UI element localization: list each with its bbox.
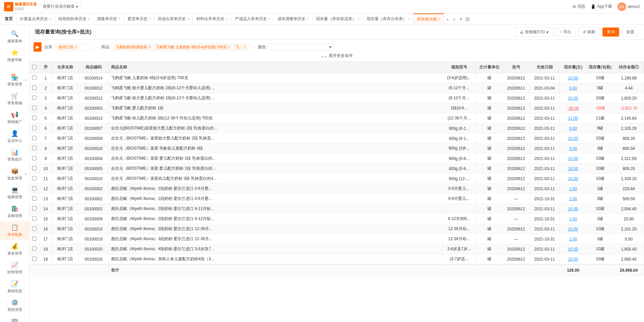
app-download-btn[interactable]: 📱 App下载: [591, 4, 612, 9]
sidebar-item-quick-nav[interactable]: ⭐ 快捷导航: [0, 46, 29, 65]
row-checkbox[interactable]: [32, 86, 37, 90]
td-check[interactable]: [30, 224, 40, 234]
td-qty-main[interactable]: 10.00: [560, 224, 587, 234]
row-checkbox[interactable]: [32, 136, 37, 140]
sidebar-item-operation[interactable]: 📈 经营管理: [0, 259, 29, 277]
row-checkbox[interactable]: [32, 96, 37, 100]
td-check[interactable]: [30, 93, 40, 103]
td-check[interactable]: [30, 214, 40, 224]
query-btn[interactable]: 查询: [602, 28, 619, 37]
td-check[interactable]: [30, 73, 40, 83]
td-qty-main[interactable]: 10.00: [560, 133, 587, 144]
sidebar-item-sys-mgmt[interactable]: ⚙️ 系统管理: [0, 296, 29, 315]
td-check[interactable]: [30, 103, 40, 113]
td-qty-main[interactable]: -39.00: [560, 103, 587, 113]
row-checkbox[interactable]: [32, 156, 37, 160]
industry-select[interactable]: 母婴行业演示账套 ▾: [40, 3, 81, 10]
filter-product-tag-1-close[interactable]: ×: [149, 45, 151, 49]
td-check[interactable]: [30, 204, 40, 214]
tab-cost[interactable]: 成本调整单历史 ×: [274, 13, 313, 25]
th-check[interactable]: [30, 62, 40, 73]
tab-close-all-btn[interactable]: ×: [458, 16, 464, 22]
tab-cost-close[interactable]: ×: [307, 17, 309, 21]
row-checkbox[interactable]: [32, 226, 37, 231]
row-checkbox[interactable]: [32, 166, 37, 170]
tab-expand-btn[interactable]: ⊡: [464, 16, 471, 22]
tab-zuhe-close[interactable]: ×: [88, 17, 90, 21]
filter-expand-arrow-btn[interactable]: ▶: [34, 42, 42, 52]
row-checkbox[interactable]: [32, 116, 37, 120]
print-btn[interactable]: 🖨 按模板打印 ▾: [515, 28, 553, 37]
td-qty-main[interactable]: 0.00: [560, 83, 587, 93]
td-check[interactable]: [30, 133, 40, 144]
sidebar-item-retail-stat[interactable]: 📊 零售统计: [0, 146, 29, 165]
sidebar-item-finance[interactable]: 💰 资金管理: [0, 240, 29, 259]
row-checkbox[interactable]: [32, 206, 37, 211]
row-checkbox[interactable]: [32, 146, 37, 150]
tab-diaob-close[interactable]: ×: [118, 17, 120, 21]
filter-warehouse-tagbox[interactable]: 南岸门店 ×: [54, 43, 94, 51]
row-checkbox[interactable]: [32, 186, 37, 191]
sidebar-item-ecommerce[interactable]: 💻 电商管理: [0, 183, 29, 202]
td-check[interactable]: [30, 244, 40, 254]
sidebar-item-wholesale[interactable]: 📦 批发管理: [0, 165, 29, 183]
td-qty-main[interactable]: 10.00: [560, 254, 587, 265]
td-check[interactable]: [30, 194, 40, 204]
refresh-btn[interactable]: ↺ 刷新: [578, 28, 600, 37]
td-check[interactable]: [30, 184, 40, 194]
tab-chuku[interactable]: 其他出库单历史 ×: [154, 13, 193, 25]
sidebar-item-basic-info[interactable]: 📝 基础信息: [0, 277, 29, 296]
tab-yaoh[interactable]: 要货单历史 ×: [124, 13, 155, 25]
filter-product-more[interactable]: ···: [252, 45, 255, 49]
sidebar-item-retail-shop[interactable]: 🛒 零售商城: [0, 90, 29, 108]
tab-diaob[interactable]: 调拨单历史 ×: [94, 13, 124, 25]
tab-prev-btn[interactable]: ‹: [444, 16, 451, 22]
sidebar-item-retail-mgmt[interactable]: 🏪 零售管理: [0, 71, 29, 90]
settings-btn[interactable]: 设置: [622, 28, 639, 37]
row-checkbox[interactable]: [32, 106, 37, 110]
message-btn[interactable]: ✉ 消息: [573, 4, 585, 9]
td-qty-main[interactable]: 10.00: [560, 204, 587, 214]
td-qty-main[interactable]: 1.00: [560, 184, 587, 194]
td-qty-main[interactable]: 2.00: [560, 194, 587, 204]
td-check[interactable]: [30, 174, 40, 184]
tab-fenliang[interactable]: 分量盘点单历史 ×: [16, 13, 55, 25]
tab-xianc1-close[interactable]: ×: [358, 17, 360, 21]
td-check[interactable]: [30, 144, 40, 154]
td-check[interactable]: [30, 254, 40, 265]
row-checkbox[interactable]: [32, 75, 37, 80]
tab-xianc1[interactable]: 现存量（库存状况表） ×: [313, 13, 363, 25]
tab-fenliang-close[interactable]: ×: [49, 17, 51, 21]
tab-zuhe[interactable]: 组装拆卸单历史 ×: [55, 13, 94, 25]
tab-chanpin[interactable]: 产成品入库单历史 ×: [231, 13, 274, 25]
select-all-checkbox[interactable]: [32, 65, 37, 69]
row-checkbox[interactable]: [32, 236, 37, 241]
row-checkbox[interactable]: [32, 196, 37, 201]
tab-cailiao[interactable]: 材料出库单历史 ×: [193, 13, 231, 25]
row-checkbox[interactable]: [32, 176, 37, 180]
sidebar-item-search[interactable]: 🔍 搜索菜单: [0, 28, 29, 46]
td-check[interactable]: [30, 234, 40, 244]
td-qty-main[interactable]: 10.00: [560, 93, 587, 103]
td-qty-main[interactable]: 9.00: [560, 123, 587, 133]
sidebar-item-inventory[interactable]: 📋 库存核算: [0, 221, 29, 240]
td-qty-main[interactable]: 10.00: [560, 154, 587, 164]
td-check[interactable]: [30, 83, 40, 93]
tab-home[interactable]: 首页: [1, 13, 16, 25]
tab-next-btn[interactable]: ›: [451, 16, 458, 22]
filter-product-tag-2-close[interactable]: ×: [228, 45, 230, 49]
tab-xianc2[interactable]: 现存量（库存分布表） ×: [363, 13, 414, 25]
row-checkbox[interactable]: [32, 126, 37, 130]
sidebar-item-purchase[interactable]: 🛍️ 采购管理: [0, 202, 29, 221]
tab-xianc2-close[interactable]: ×: [408, 17, 410, 21]
tab-yaoh-close[interactable]: ×: [149, 17, 151, 21]
row-checkbox[interactable]: [32, 257, 37, 261]
td-qty-main[interactable]: 3.00: [560, 144, 587, 154]
filter-product-tagbox[interactable]: 飞鹤奶粉3段两提装 × 飞鹤星飞帆 儿童奶粉 4段(3-6岁适用) 700克 ×…: [111, 43, 251, 51]
tab-kucun[interactable]: 库存批次账 ×: [414, 13, 444, 25]
td-check[interactable]: [30, 154, 40, 164]
tab-cailiao-close[interactable]: ×: [226, 17, 228, 21]
sidebar-item-enterprise[interactable]: 🏢 企业协同: [0, 315, 29, 322]
td-qty-main[interactable]: 10.00: [560, 244, 587, 254]
td-qty-main[interactable]: 1.00: [560, 214, 587, 224]
